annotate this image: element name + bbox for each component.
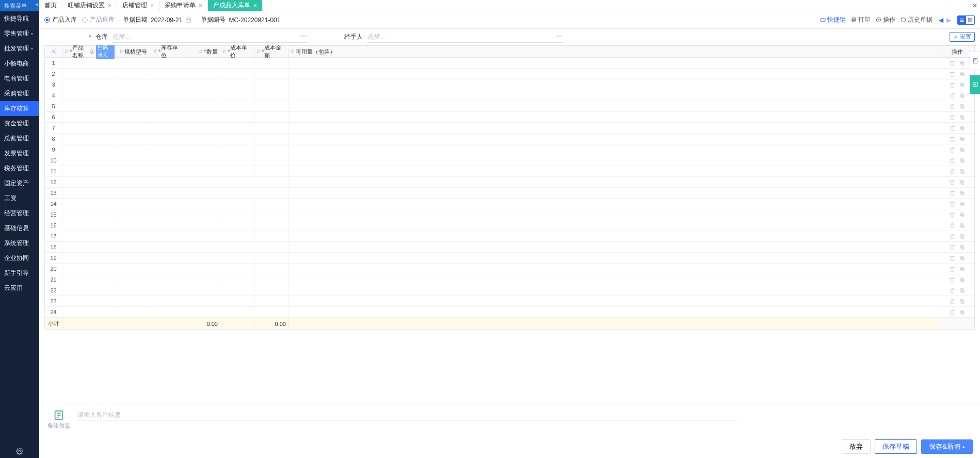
sidebar-item-17[interactable]: 新手引导 [0, 266, 39, 281]
cell-price[interactable] [220, 177, 254, 187]
cell-avail[interactable] [288, 296, 940, 306]
sidebar-item-8[interactable]: 总账管理 [0, 131, 39, 146]
copy-icon[interactable] [959, 114, 965, 120]
close-icon[interactable]: × [150, 2, 154, 9]
cell-name[interactable] [62, 177, 117, 187]
cell-avail[interactable] [288, 285, 940, 296]
cell-spec[interactable] [117, 220, 151, 231]
copy-icon[interactable] [959, 255, 965, 261]
delete-icon[interactable] [950, 244, 955, 250]
copy-icon[interactable] [959, 125, 965, 131]
copy-icon[interactable] [959, 244, 965, 250]
cell-qty[interactable] [186, 253, 220, 263]
cell-spec[interactable] [117, 58, 151, 68]
sidebar-item-3[interactable]: 小畅电商 [0, 56, 39, 71]
cell-qty[interactable] [186, 90, 220, 101]
cell-spec[interactable] [117, 101, 151, 111]
table-row[interactable]: 20 [45, 264, 974, 274]
cell-qty[interactable] [186, 307, 220, 317]
cell-amount[interactable] [254, 220, 288, 231]
cell-price[interactable] [220, 296, 254, 306]
cell-price[interactable] [220, 90, 254, 101]
copy-icon[interactable] [959, 288, 965, 293]
cell-spec[interactable] [117, 144, 151, 155]
cell-price[interactable] [220, 242, 254, 252]
cell-name[interactable] [62, 144, 117, 155]
tabs-close-all[interactable]: ✕ [969, 0, 980, 11]
sidebar-item-1[interactable]: 零售管理▾ [0, 26, 39, 41]
cell-spec[interactable] [117, 90, 151, 101]
cell-name[interactable] [62, 285, 117, 296]
cell-price[interactable] [220, 101, 254, 111]
cell-amount[interactable] [254, 134, 288, 144]
cell-qty[interactable] [186, 220, 220, 231]
cell-spec[interactable] [117, 307, 151, 317]
cell-avail[interactable] [288, 274, 940, 285]
cell-avail[interactable] [288, 101, 940, 111]
cell-amount[interactable] [254, 209, 288, 220]
cell-name[interactable] [62, 166, 117, 176]
cell-qty[interactable] [186, 134, 220, 144]
cell-price[interactable] [220, 144, 254, 155]
remark-input[interactable]: 请输入备注信息 [77, 410, 738, 421]
table-row[interactable]: 4 [45, 90, 974, 101]
cell-spec[interactable] [117, 166, 151, 176]
table-row[interactable]: 22 [45, 285, 974, 296]
table-row[interactable]: 23 [45, 296, 974, 307]
table-row[interactable]: 9 [45, 144, 974, 155]
cell-qty[interactable] [186, 166, 220, 176]
cell-name[interactable] [62, 231, 117, 241]
sidebar-settings-icon[interactable] [0, 445, 39, 458]
header-gear[interactable] [45, 46, 62, 57]
delete-icon[interactable] [950, 71, 955, 77]
cell-price[interactable] [220, 274, 254, 285]
cell-name[interactable] [62, 101, 117, 111]
copy-icon[interactable] [959, 201, 965, 207]
copy-icon[interactable] [959, 299, 965, 304]
cell-spec[interactable] [117, 296, 151, 306]
table-row[interactable]: 1 [45, 58, 974, 69]
cell-qty[interactable] [186, 123, 220, 133]
history-next[interactable]: ▶ [945, 17, 952, 24]
cell-qty[interactable] [186, 155, 220, 166]
delete-icon[interactable] [950, 255, 955, 261]
cell-unit[interactable] [151, 166, 186, 176]
tab-3[interactable]: 采购申请单× [159, 0, 208, 11]
cell-price[interactable] [220, 307, 254, 317]
cell-qty[interactable] [186, 79, 220, 90]
cell-avail[interactable] [288, 90, 940, 101]
copy-icon[interactable] [959, 147, 965, 153]
delete-icon[interactable] [950, 190, 955, 196]
tab-2[interactable]: 店铺管理× [117, 0, 159, 11]
cell-avail[interactable] [288, 199, 940, 209]
cell-qty[interactable] [186, 231, 220, 241]
cell-amount[interactable] [254, 58, 288, 68]
sidebar-item-7[interactable]: 资金管理 [0, 116, 39, 131]
cell-price[interactable] [220, 220, 254, 231]
cell-avail[interactable] [288, 155, 940, 166]
cell-price[interactable] [220, 188, 254, 198]
cell-price[interactable] [220, 264, 254, 274]
warehouse-select[interactable]: 选择… [112, 31, 308, 43]
cell-amount[interactable] [254, 199, 288, 209]
cell-amount[interactable] [254, 144, 288, 155]
cell-unit[interactable] [151, 296, 186, 306]
delete-icon[interactable] [950, 309, 955, 315]
cell-name[interactable] [62, 274, 117, 285]
cell-unit[interactable] [151, 134, 186, 144]
cell-qty[interactable] [186, 58, 220, 68]
float-tab-doc[interactable] [970, 52, 980, 70]
cell-spec[interactable] [117, 264, 151, 274]
cell-price[interactable] [220, 112, 254, 122]
cell-avail[interactable] [288, 264, 940, 274]
cell-name[interactable] [62, 307, 117, 317]
cell-spec[interactable] [117, 155, 151, 166]
copy-icon[interactable] [959, 234, 965, 239]
cell-name[interactable] [62, 264, 117, 274]
close-icon[interactable]: × [253, 2, 257, 9]
cell-spec[interactable] [117, 253, 151, 263]
delete-icon[interactable] [950, 288, 955, 293]
cell-unit[interactable] [151, 199, 186, 209]
cell-name[interactable] [62, 123, 117, 133]
cell-spec[interactable] [117, 112, 151, 122]
